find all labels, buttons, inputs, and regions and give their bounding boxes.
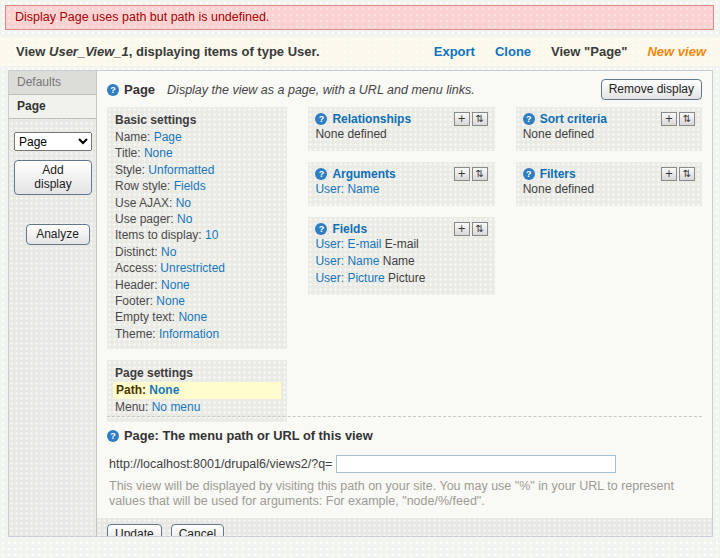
path-input[interactable]	[336, 455, 616, 473]
path-form-header: ? Page: The menu path or URL of this vie…	[107, 428, 702, 443]
rearrange-icon[interactable]: ⇅	[679, 167, 695, 181]
page-settings-title: Page settings	[115, 364, 279, 382]
update-button[interactable]: Update	[107, 524, 162, 536]
view-summary-prefix: View	[16, 44, 45, 59]
sort-criteria-tools: + ⇅	[661, 112, 695, 126]
column-right: ? Sort criteria + ⇅ None defined ? Filte…	[516, 107, 702, 206]
relationships-title-link[interactable]: Relationships	[332, 112, 411, 126]
fields-box: ? Fields + ⇅ User: E-mail E-mail User: N…	[308, 217, 494, 295]
setting-row-style: Style: Unformatted	[115, 162, 279, 178]
view-summary-suffix: , displaying items of type User.	[129, 44, 320, 59]
arguments-title-link[interactable]: Arguments	[332, 167, 395, 181]
path-value[interactable]: None	[149, 383, 179, 397]
path-label: Path:	[116, 383, 146, 397]
filters-box: ? Filters + ⇅ None defined	[516, 162, 702, 206]
help-icon[interactable]: ?	[315, 113, 327, 125]
analyze-button[interactable]: Analyze	[26, 224, 90, 245]
views-edit-container: Defaults Page Page Add display Analyze ?…	[8, 70, 713, 537]
setting-row-footer: Footer: None	[115, 293, 279, 309]
view-summary-bar: View User_View_1, displaying items of ty…	[0, 37, 720, 66]
sort-criteria-title-link[interactable]: Sort criteria	[540, 112, 607, 126]
view-name: User_View_1	[49, 44, 129, 59]
settings-columns: Basic settings Name: Page Title: None St…	[107, 107, 702, 407]
setting-value-footer[interactable]: None	[156, 294, 185, 308]
cancel-button[interactable]: Cancel	[171, 524, 224, 536]
add-icon[interactable]: +	[454, 222, 470, 236]
display-description: Display the view as a page, with a URL a…	[167, 83, 475, 97]
fields-title-link[interactable]: Fields	[332, 222, 367, 236]
setting-value-items-to-display[interactable]: 10	[205, 228, 218, 242]
help-icon[interactable]: ?	[315, 168, 327, 180]
url-row: http://localhost:8001/drupal6/views2/?q=	[107, 455, 702, 473]
tab-page[interactable]: Page	[9, 95, 96, 119]
display-type-select[interactable]: Page	[14, 132, 92, 151]
menu-setting-row: Menu: No menu	[115, 399, 279, 415]
filters-tools: + ⇅	[661, 167, 695, 181]
help-icon[interactable]: ?	[523, 168, 535, 180]
sort-criteria-box: ? Sort criteria + ⇅ None defined	[516, 107, 702, 151]
path-setting-row: Path: None	[113, 382, 281, 398]
filters-title-link[interactable]: Filters	[540, 167, 576, 181]
path-help-text: This view will be displayed by visiting …	[107, 479, 690, 509]
setting-value-distinct[interactable]: No	[161, 245, 176, 259]
rearrange-icon[interactable]: ⇅	[472, 222, 488, 236]
help-icon[interactable]: ?	[315, 223, 327, 235]
basic-settings-panel: Basic settings Name: Page Title: None St…	[107, 107, 287, 349]
argument-user-name-link[interactable]: User: Name	[315, 182, 379, 196]
error-message: Display Page uses path but path is undef…	[15, 10, 269, 24]
field-name-label: Name	[383, 254, 415, 268]
header-links: Export Clone View "Page" New view	[434, 44, 706, 59]
field-item-picture: User: Picture Picture	[315, 270, 487, 287]
rearrange-icon[interactable]: ⇅	[679, 112, 695, 126]
rearrange-icon[interactable]: ⇅	[472, 167, 488, 181]
help-icon[interactable]: ?	[107, 430, 119, 442]
setting-row-title: Title: None	[115, 145, 279, 161]
help-icon[interactable]: ?	[523, 113, 535, 125]
setting-row-empty-text: Empty text: None	[115, 309, 279, 325]
add-icon[interactable]: +	[454, 167, 470, 181]
rearrange-icon[interactable]: ⇅	[472, 112, 488, 126]
tab-defaults-label: Defaults	[17, 75, 61, 89]
arguments-box: ? Arguments + ⇅ User: Name	[308, 162, 494, 206]
setting-value-header[interactable]: None	[161, 278, 190, 292]
field-item-name: User: Name Name	[315, 253, 487, 270]
field-name-link[interactable]: User: Name	[315, 254, 379, 268]
remove-display-button[interactable]: Remove display	[601, 79, 702, 100]
setting-value-use-pager[interactable]: No	[177, 212, 192, 226]
setting-value-name[interactable]: Page	[154, 130, 182, 144]
field-picture-link[interactable]: User: Picture	[315, 271, 384, 285]
relationships-box: ? Relationships + ⇅ None defined	[308, 107, 494, 151]
setting-value-title[interactable]: None	[144, 146, 173, 160]
add-icon[interactable]: +	[454, 112, 470, 126]
tab-defaults[interactable]: Defaults	[9, 71, 96, 95]
view-page-link[interactable]: View "Page"	[551, 44, 627, 59]
field-email-link[interactable]: User: E-mail	[315, 237, 381, 251]
basic-settings-title: Basic settings	[115, 111, 279, 129]
menu-value[interactable]: No menu	[152, 400, 201, 414]
fields-tools: + ⇅	[454, 222, 488, 236]
setting-row-items-to-display: Items to display: 10	[115, 227, 279, 243]
arguments-tools: + ⇅	[454, 167, 488, 181]
add-display-button[interactable]: Add display	[14, 160, 92, 195]
help-icon[interactable]: ?	[107, 84, 119, 96]
setting-value-empty-text[interactable]: None	[178, 310, 207, 324]
argument-item: User: Name	[315, 181, 487, 198]
page-settings-panel: Page settings Path: None Menu: No menu	[107, 360, 287, 422]
column-basic-settings: Basic settings Name: Page Title: None St…	[107, 107, 287, 422]
relationships-header: ? Relationships + ⇅	[315, 112, 487, 126]
setting-value-use-ajax[interactable]: No	[176, 196, 191, 210]
form-actions: Update Cancel	[97, 518, 712, 536]
setting-value-style[interactable]: Unformatted	[148, 163, 214, 177]
add-icon[interactable]: +	[661, 112, 677, 126]
setting-value-theme[interactable]: Information	[159, 327, 219, 341]
setting-value-row-style[interactable]: Fields	[174, 179, 206, 193]
new-view-link[interactable]: New view	[647, 44, 706, 59]
setting-row-use-ajax: Use AJAX: No	[115, 195, 279, 211]
export-link[interactable]: Export	[434, 44, 475, 59]
setting-row-theme: Theme: Information	[115, 326, 279, 342]
add-icon[interactable]: +	[661, 167, 677, 181]
display-header: ? Page Display the view as a page, with …	[107, 79, 702, 100]
field-email-label: E-mail	[385, 237, 419, 251]
clone-link[interactable]: Clone	[495, 44, 531, 59]
setting-value-access[interactable]: Unrestricted	[160, 261, 225, 275]
